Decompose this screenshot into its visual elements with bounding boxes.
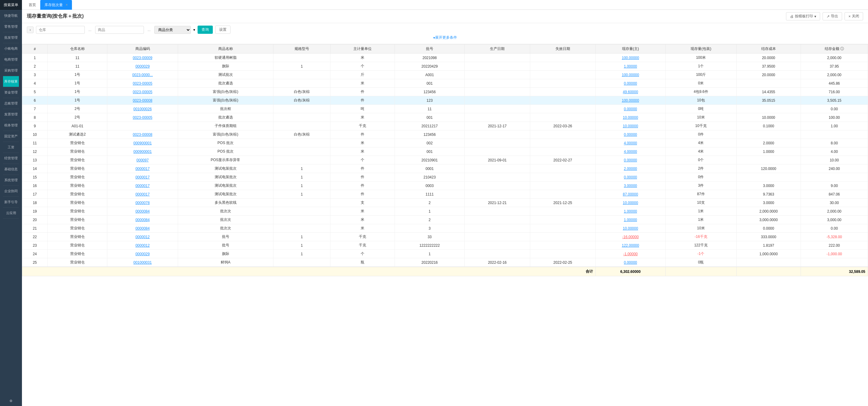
cell-9[interactable]: 3.00000 bbox=[595, 181, 665, 190]
cell-11: 20.0000 bbox=[736, 54, 801, 62]
warehouse-filter[interactable] bbox=[36, 26, 85, 34]
cell-9[interactable]: 4.00000 bbox=[595, 147, 665, 156]
sidebar-item-企业协同[interactable]: 企业协同 bbox=[3, 186, 19, 197]
sidebar-item-经营管理[interactable]: 经营管理 bbox=[3, 153, 19, 164]
cell-7 bbox=[465, 181, 530, 190]
cell-9[interactable]: 0.00000 bbox=[595, 130, 665, 139]
cell-9[interactable]: 4.00000 bbox=[595, 139, 665, 147]
sidebar-item-零售管理[interactable]: 零售管理 bbox=[3, 21, 19, 32]
cell-6: 20210901 bbox=[395, 156, 464, 165]
cell-2[interactable]: 0000084 bbox=[107, 216, 178, 224]
product-filter[interactable] bbox=[95, 26, 144, 34]
cell-2[interactable]: 0000084 bbox=[107, 224, 178, 233]
sidebar-item-快捷导航[interactable]: 快捷导航 bbox=[3, 10, 19, 21]
sidebar-item-固定资产[interactable]: 固定资产 bbox=[3, 131, 19, 142]
sidebar-item-系统管理[interactable]: 系统管理 bbox=[3, 175, 19, 186]
cell-10: 10米 bbox=[665, 113, 737, 122]
tab-home[interactable]: 首页 bbox=[24, 0, 40, 10]
cell-2[interactable] bbox=[107, 122, 178, 130]
cell-2[interactable]: 000900001 bbox=[107, 147, 178, 156]
sidebar-item-工资[interactable]: 工资 bbox=[3, 142, 19, 153]
cell-9[interactable]: 1.00000 bbox=[595, 62, 665, 71]
cell-7 bbox=[465, 139, 530, 147]
cell-2[interactable]: 001000026 bbox=[107, 105, 178, 113]
cell-9[interactable]: 0.00000 bbox=[595, 79, 665, 88]
print-button[interactable]: 🖨 按模板打印 ▾ bbox=[786, 12, 820, 21]
cell-9[interactable]: 100.00000 bbox=[595, 71, 665, 79]
col-header-9: 现存量(主) bbox=[595, 44, 665, 54]
cell-2[interactable]: 0000029 bbox=[107, 250, 178, 258]
cell-2[interactable]: 000097 bbox=[107, 156, 178, 165]
cell-2[interactable]: 001000031 bbox=[107, 258, 178, 267]
cell-5: 件 bbox=[330, 130, 395, 139]
cell-2[interactable]: 0023-00005 bbox=[107, 88, 178, 96]
sidebar-item-库存核算[interactable]: 库存核算 bbox=[3, 76, 19, 87]
cell-2[interactable]: 0000017 bbox=[107, 190, 178, 199]
cell-10: 0瓶 bbox=[665, 258, 737, 267]
sidebar-search[interactable]: 搜索菜单 bbox=[0, 0, 22, 10]
sidebar-item-采购管理[interactable]: 采购管理 bbox=[3, 65, 19, 76]
cell-2[interactable]: 0000012 bbox=[107, 233, 178, 241]
sidebar-settings-icon[interactable]: ⚙ bbox=[0, 396, 22, 406]
sidebar-item-税务管理[interactable]: 税务管理 bbox=[3, 120, 19, 131]
cell-9[interactable]: 10.00000 bbox=[595, 224, 665, 233]
cell-9[interactable]: 2.00000 bbox=[595, 165, 665, 173]
cell-9[interactable]: 122.00000 bbox=[595, 241, 665, 250]
sidebar-item-基础信息[interactable]: 基础信息 bbox=[3, 164, 19, 175]
cell-5: 米 bbox=[330, 216, 395, 224]
cell-2[interactable]: 0000084 bbox=[107, 207, 178, 216]
cell-2[interactable]: 0023-00005 bbox=[107, 113, 178, 122]
settings-button[interactable]: 设置 bbox=[215, 26, 230, 34]
sidebar-item-总账管理[interactable]: 总账管理 bbox=[3, 98, 19, 109]
cell-2[interactable]: 0000017 bbox=[107, 165, 178, 173]
cell-9[interactable]: 10.00000 bbox=[595, 113, 665, 122]
cell-9[interactable]: 87.00000 bbox=[595, 190, 665, 199]
sidebar-item-发票管理[interactable]: 发票管理 bbox=[3, 109, 19, 120]
cell-9[interactable]: 10.00000 bbox=[595, 122, 665, 130]
cell-2[interactable]: 0023-00005 bbox=[107, 79, 178, 88]
search-button[interactable]: 查询 bbox=[197, 26, 213, 34]
cell-11: 333.0000 bbox=[736, 233, 801, 241]
cell-2[interactable]: 0000017 bbox=[107, 173, 178, 181]
tab-close-icon[interactable]: × bbox=[66, 3, 68, 7]
cell-9[interactable]: -16.00000 bbox=[595, 233, 665, 241]
table-row: 25营业销仓001000031鲜饲A瓶202202162022-02-16202… bbox=[22, 258, 868, 267]
top-tabs: 首页 库存批次量 × bbox=[22, 0, 868, 10]
cell-9[interactable]: 1.00000 bbox=[595, 207, 665, 216]
sidebar-item-云应用[interactable]: 云应用 bbox=[3, 208, 19, 219]
cell-9[interactable]: 1.00000 bbox=[595, 216, 665, 224]
expand-filters-button[interactable]: ▾ 展开更多条件 bbox=[27, 34, 863, 41]
cell-9[interactable]: 100.00000 bbox=[595, 96, 665, 105]
cell-2[interactable]: 0000029 bbox=[107, 62, 178, 71]
close-button[interactable]: × 关闭 bbox=[844, 12, 863, 21]
sidebar-item-资金管理[interactable]: 资金管理 bbox=[3, 87, 19, 98]
tab-current[interactable]: 库存批次量 × bbox=[40, 0, 72, 10]
sidebar-item-新手引导[interactable]: 新手引导 bbox=[3, 197, 19, 208]
category-filter[interactable]: 商品分类 bbox=[154, 26, 191, 34]
cell-2[interactable]: 0023-0000... bbox=[107, 71, 178, 79]
sidebar-item-电商管理[interactable]: 电商管理 bbox=[3, 54, 19, 65]
cell-2[interactable]: 0023-00008 bbox=[107, 130, 178, 139]
cell-9[interactable]: 100.00000 bbox=[595, 54, 665, 62]
sidebar-item-批发管理[interactable]: 批发管理 bbox=[3, 32, 19, 43]
cell-4: 白色/灰棕 bbox=[273, 88, 330, 96]
sidebar-item-小账电商[interactable]: 小账电商 bbox=[3, 43, 19, 54]
export-icon: ↗ bbox=[827, 14, 830, 19]
cell-9[interactable]: 0.00000 bbox=[595, 258, 665, 267]
cell-9[interactable]: 0.00000 bbox=[595, 156, 665, 165]
cell-8 bbox=[530, 250, 595, 258]
filter-nav-arrow[interactable]: › bbox=[27, 27, 34, 33]
cell-2[interactable]: 0023-00009 bbox=[107, 54, 178, 62]
cell-9[interactable]: 0.00000 bbox=[595, 173, 665, 181]
cell-2[interactable]: 0000078 bbox=[107, 199, 178, 207]
cell-2[interactable]: 000900001 bbox=[107, 139, 178, 147]
cell-9[interactable]: 0.00000 bbox=[595, 105, 665, 113]
cell-2[interactable]: 0000017 bbox=[107, 181, 178, 190]
cell-2[interactable]: 0000012 bbox=[107, 241, 178, 250]
col-header-0: # bbox=[22, 44, 48, 54]
cell-9[interactable]: -1.00000 bbox=[595, 250, 665, 258]
cell-9[interactable]: 10.00000 bbox=[595, 199, 665, 207]
cell-2[interactable]: 0023-00008 bbox=[107, 96, 178, 105]
export-button[interactable]: ↗ 导出 bbox=[823, 12, 842, 21]
cell-9[interactable]: 49.60000 bbox=[595, 88, 665, 96]
